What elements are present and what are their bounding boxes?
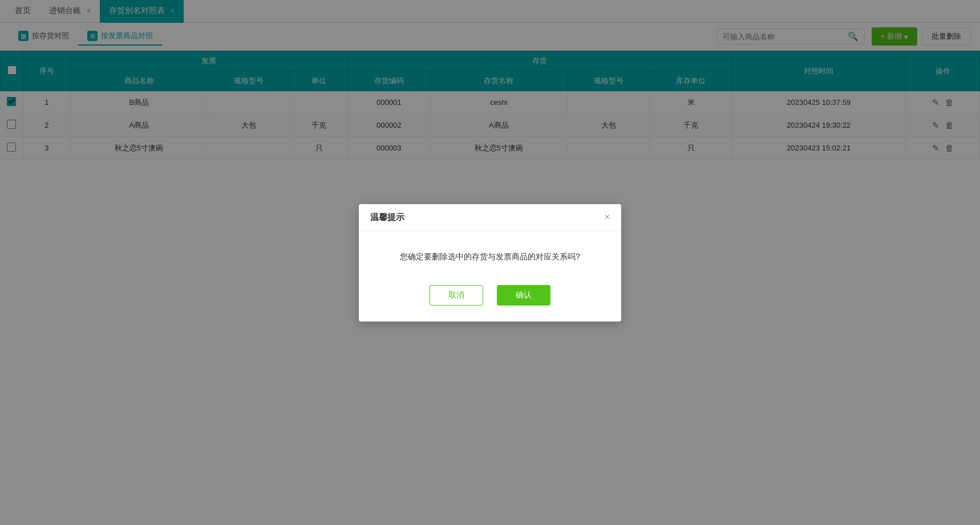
dialog-confirm-button[interactable]: 确认 [497,285,550,306]
dialog-cancel-button[interactable]: 取消 [430,285,483,306]
dialog-body: 您确定要删除选中的存货与发票商品的对应关系吗? [359,231,621,276]
dialog-header: 温馨提示 × [359,204,621,231]
dialog-message: 您确定要删除选中的存货与发票商品的对应关系吗? [400,252,580,261]
dialog-close-icon[interactable]: × [605,213,610,222]
confirm-dialog: 温馨提示 × 您确定要删除选中的存货与发票商品的对应关系吗? 取消 确认 [359,204,621,321]
dialog-footer: 取消 确认 [359,276,621,321]
dialog-title: 温馨提示 [370,212,404,223]
dialog-overlay: 温馨提示 × 您确定要删除选中的存货与发票商品的对应关系吗? 取消 确认 [0,0,980,525]
